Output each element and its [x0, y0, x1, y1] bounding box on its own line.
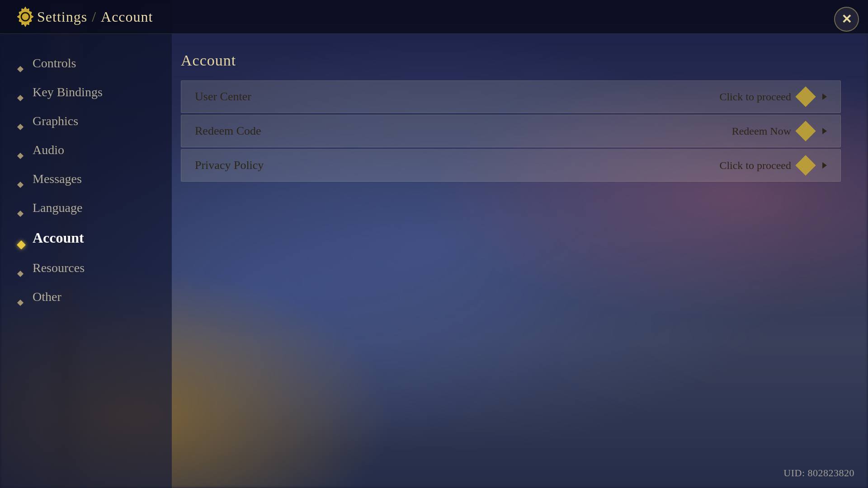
- arrow-icon: [822, 162, 827, 169]
- sidebar-item-key-bindings[interactable]: Key Bindings: [9, 79, 163, 106]
- bullet-icon: [18, 118, 24, 124]
- bullet-icon: [18, 176, 24, 182]
- sidebar-item-language[interactable]: Language: [9, 194, 163, 221]
- section-title: Account: [181, 52, 841, 69]
- diamond-icon: [795, 121, 816, 141]
- settings-row-redeem-code[interactable]: Redeem Code Redeem Now: [181, 115, 841, 147]
- main-content: Account User Center Click to proceed Red…: [181, 38, 841, 195]
- sidebar-item-messages[interactable]: Messages: [9, 165, 163, 192]
- bullet-icon: [18, 294, 24, 300]
- settings-title: Settings: [37, 9, 87, 25]
- sidebar-item-account[interactable]: Account: [9, 223, 163, 253]
- close-button[interactable]: ✕: [834, 7, 859, 32]
- row-right-privacy-policy: Click to proceed: [719, 158, 827, 173]
- sidebar-item-controls[interactable]: Controls: [9, 50, 163, 77]
- title-separator: /: [92, 9, 96, 25]
- sidebar-label-other: Other: [33, 290, 61, 304]
- sidebar-label-resources: Resources: [33, 261, 85, 275]
- bullet-icon: [18, 205, 24, 211]
- row-right-redeem-code: Redeem Now: [732, 124, 827, 138]
- row-right-user-center: Click to proceed: [719, 89, 827, 104]
- arrow-icon: [822, 94, 827, 100]
- row-label-privacy-policy: Privacy Policy: [195, 159, 264, 172]
- row-label-user-center: User Center: [195, 90, 251, 103]
- settings-row-privacy-policy[interactable]: Privacy Policy Click to proceed: [181, 149, 841, 182]
- sidebar-label-account: Account: [33, 230, 84, 246]
- diamond-icon: [795, 155, 816, 175]
- uid-label: UID: 802823820: [783, 467, 854, 479]
- bullet-icon: [18, 89, 24, 95]
- gear-icon: [14, 5, 37, 28]
- sidebar-item-other[interactable]: Other: [9, 283, 163, 310]
- sidebar-label-language: Language: [33, 201, 82, 215]
- row-action-privacy-policy: Click to proceed: [719, 160, 791, 172]
- settings-list: User Center Click to proceed Redeem Code…: [181, 80, 841, 182]
- row-action-user-center: Click to proceed: [719, 91, 791, 103]
- sidebar-label-audio: Audio: [33, 143, 64, 157]
- sidebar-label-key-bindings: Key Bindings: [33, 85, 103, 99]
- bullet-icon: [18, 147, 24, 153]
- close-icon: ✕: [841, 12, 852, 27]
- title-bar: Settings / Account: [0, 0, 868, 34]
- row-label-redeem-code: Redeem Code: [195, 124, 261, 138]
- arrow-icon: [822, 128, 827, 134]
- sidebar-nav: Controls Key Bindings Graphics Audio Mes…: [0, 36, 172, 326]
- sidebar-label-messages: Messages: [33, 172, 82, 186]
- sidebar-label-controls: Controls: [33, 56, 76, 70]
- sidebar-item-audio[interactable]: Audio: [9, 136, 163, 164]
- sidebar-item-graphics[interactable]: Graphics: [9, 108, 163, 135]
- sidebar-label-graphics: Graphics: [33, 114, 78, 128]
- settings-row-user-center[interactable]: User Center Click to proceed: [181, 80, 841, 113]
- row-action-redeem-code: Redeem Now: [732, 125, 791, 137]
- sidebar-item-resources[interactable]: Resources: [9, 254, 163, 282]
- bullet-icon: [18, 265, 24, 271]
- diamond-icon: [795, 86, 816, 107]
- active-bullet-icon: [18, 235, 24, 241]
- bullet-icon: [18, 60, 24, 66]
- title-current-section: Account: [101, 9, 153, 25]
